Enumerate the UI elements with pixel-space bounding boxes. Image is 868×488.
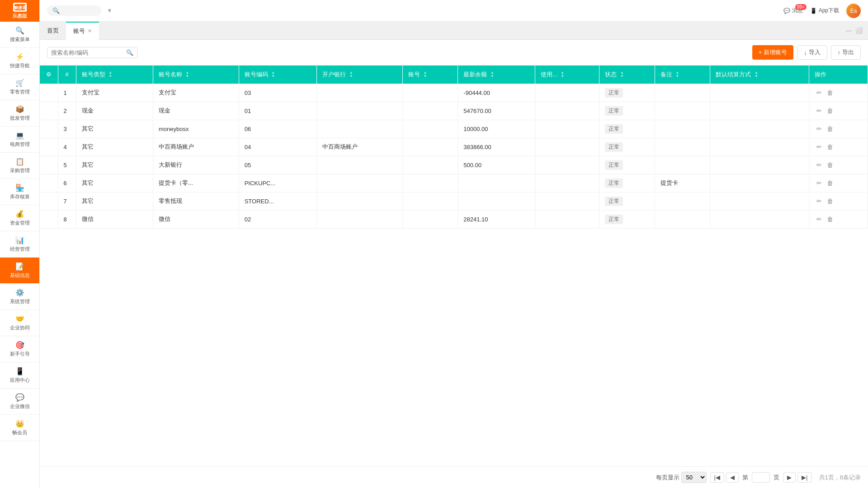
row-account-type: 其它: [76, 192, 153, 210]
sidebar-item-quick-nav[interactable]: ⚡快捷导航: [0, 48, 39, 74]
row-usage: [535, 102, 599, 120]
app-download-button[interactable]: 📱 App下载: [810, 7, 839, 14]
sidebar-item-wholesale-mgmt[interactable]: 📦批发管理: [0, 100, 39, 127]
col-settings[interactable]: ⚙: [40, 66, 58, 84]
toolbar: 🔍 + 新增账号 ↓ 导入 ↑ 导出: [40, 40, 868, 66]
sidebar: 畅捷通 乐惠版 🔍搜索菜单⚡快捷导航🛒零售管理📦批发管理💻电商管理📋采购管理🏪库…: [0, 0, 40, 488]
delete-button[interactable]: 🗑: [825, 142, 835, 151]
delete-button[interactable]: 🗑: [825, 215, 835, 224]
notification-button[interactable]: 💬 消息 99+: [783, 7, 803, 14]
avatar[interactable]: Ea: [846, 4, 861, 18]
edit-button[interactable]: ✏: [815, 106, 824, 115]
next-page-button[interactable]: ▶: [783, 472, 796, 483]
sidebar-icon-retail-mgmt: 🛒: [15, 79, 24, 87]
maximize-icon[interactable]: ⬜: [855, 27, 863, 34]
sidebar-item-purchase-mgmt[interactable]: 📋采购管理: [0, 153, 39, 179]
header-left: 🔍 ▼: [47, 5, 113, 16]
edit-button[interactable]: ✏: [815, 197, 824, 206]
delete-button[interactable]: 🗑: [825, 197, 835, 206]
sidebar-icon-inventory: 🏪: [15, 183, 24, 192]
prev-page-button[interactable]: ◀: [726, 472, 739, 483]
tab-home[interactable]: 首页: [40, 22, 66, 40]
col-usage[interactable]: 使用... ▲▼: [535, 66, 599, 84]
col-account-type[interactable]: 账号类型 ▲▼: [76, 66, 153, 84]
import-button[interactable]: ↓ 导入: [797, 45, 827, 60]
col-bank[interactable]: 开户银行 ▲▼: [317, 66, 403, 84]
row-bank: [317, 156, 403, 174]
row-usage: [535, 156, 599, 174]
tab-close-icon[interactable]: ✕: [88, 28, 92, 34]
edit-button[interactable]: ✏: [815, 178, 824, 188]
pagination: 每页显示 102050100 |◀ ◀ 第 1 页 ▶ ▶| 共1页，8条记录: [40, 466, 868, 488]
current-page-input[interactable]: 1: [752, 472, 770, 483]
delete-button[interactable]: 🗑: [825, 124, 835, 133]
sidebar-item-enterprise-wechat[interactable]: 💬企业微信: [0, 389, 39, 415]
row-account-code: PICKUPC...: [239, 174, 316, 192]
search-input[interactable]: [51, 49, 123, 56]
col-account-code[interactable]: 账号编码 ▲▼: [239, 66, 316, 84]
row-latest-balance: 28241.10: [458, 210, 535, 228]
col-account-no[interactable]: 账号 ▲▼: [402, 66, 458, 84]
row-latest-balance: 383866.00: [458, 138, 535, 156]
dropdown-icon[interactable]: ▼: [107, 7, 113, 14]
sidebar-label-ecommerce-mgmt: 电商管理: [10, 141, 30, 148]
delete-button[interactable]: 🗑: [825, 160, 835, 169]
row-status: 正常: [599, 156, 655, 174]
table-row: 3 其它 moneybosx 06 10000.00 正常 ✏ 🗑: [40, 120, 868, 138]
sidebar-item-new-guide[interactable]: 🎯新手引导: [0, 336, 39, 362]
sidebar-item-finance-mgmt[interactable]: 💰资金管理: [0, 205, 39, 231]
minimize-icon[interactable]: —: [846, 27, 852, 34]
delete-button[interactable]: 🗑: [825, 88, 835, 97]
edit-button[interactable]: ✏: [815, 142, 824, 151]
table-row: 5 其它 大新银行 05 500.00 正常 ✏ 🗑: [40, 156, 868, 174]
row-account-type: 微信: [76, 210, 153, 228]
sidebar-item-operations-mgmt[interactable]: 📊经营管理: [0, 231, 39, 258]
sidebar-item-retail-mgmt[interactable]: 🛒零售管理: [0, 74, 39, 100]
add-account-button[interactable]: + 新增账号: [752, 45, 793, 60]
row-account-code: 06: [239, 120, 316, 138]
row-settings: [40, 156, 58, 174]
row-status: 正常: [599, 102, 655, 120]
top-search-box[interactable]: 🔍: [47, 5, 101, 16]
sidebar-item-basic-info[interactable]: 📝基础信息: [0, 258, 39, 284]
sidebar-item-vip-member[interactable]: 👑畅会员: [0, 415, 39, 441]
sidebar-item-system-mgmt[interactable]: ⚙️系统管理: [0, 284, 39, 310]
table-row: 2 现金 现金 01 547670.00 正常 ✏ 🗑: [40, 102, 868, 120]
search-wrap[interactable]: 🔍: [47, 47, 137, 58]
export-button[interactable]: ↑ 导出: [831, 45, 861, 60]
toolbar-right: + 新增账号 ↓ 导入 ↑ 导出: [752, 45, 861, 60]
row-settings: [40, 102, 58, 120]
row-latest-balance: [458, 174, 535, 192]
sidebar-item-search-menu[interactable]: 🔍搜索菜单: [0, 22, 39, 48]
col-latest-balance[interactable]: 最新余额 ▲▼: [458, 66, 535, 84]
sidebar-label-app-center: 应用中心: [10, 377, 30, 384]
col-account-name[interactable]: 账号名称 ▲▼: [153, 66, 239, 84]
row-settings: [40, 84, 58, 102]
col-default-settlement[interactable]: 默认结算方式 ▲▼: [710, 66, 809, 84]
row-actions: ✏ 🗑: [809, 210, 868, 228]
sidebar-item-inventory[interactable]: 🏪库存核算: [0, 179, 39, 205]
tab-account[interactable]: 账号 ✕: [66, 22, 99, 40]
col-remarks[interactable]: 备注 ▲▼: [655, 66, 710, 84]
first-page-button[interactable]: |◀: [710, 472, 724, 483]
page-size-select[interactable]: 102050100: [681, 472, 707, 483]
sidebar-item-ecommerce-mgmt[interactable]: 💻电商管理: [0, 127, 39, 153]
edit-button[interactable]: ✏: [815, 215, 824, 224]
row-status: 正常: [599, 192, 655, 210]
last-page-button[interactable]: ▶|: [797, 472, 811, 483]
sidebar-item-enterprise-agreement[interactable]: 🤝企业协同: [0, 310, 39, 336]
row-default-settlement: [710, 84, 809, 102]
delete-button[interactable]: 🗑: [825, 106, 835, 115]
row-account-no: [402, 156, 458, 174]
row-usage: [535, 174, 599, 192]
delete-button[interactable]: 🗑: [825, 178, 835, 188]
sidebar-label-vip-member: 畅会员: [12, 429, 27, 436]
page-size-label: 每页显示: [656, 474, 679, 482]
edit-button[interactable]: ✏: [815, 124, 824, 133]
edit-button[interactable]: ✏: [815, 160, 824, 169]
edit-button[interactable]: ✏: [815, 88, 824, 97]
sidebar-item-app-center[interactable]: 📱应用中心: [0, 362, 39, 389]
status-badge: 正常: [605, 124, 623, 134]
col-status[interactable]: 状态 ▲▼: [599, 66, 655, 84]
row-account-type: 其它: [76, 120, 153, 138]
